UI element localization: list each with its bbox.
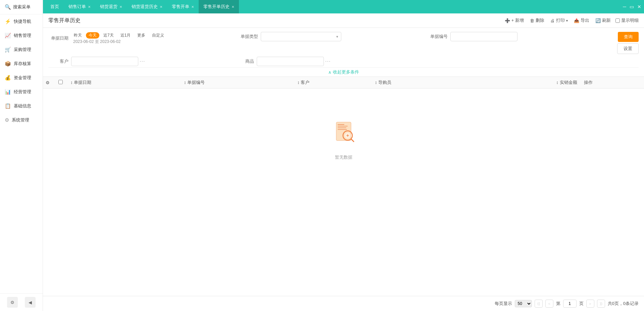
show-detail-label[interactable]: 显示明细 [615,17,639,23]
sidebar-item-basic-info[interactable]: 📋 基础信息 [0,99,43,113]
minimize-icon[interactable]: ─ [623,4,626,9]
refresh-button[interactable]: 🔄 刷新 [594,17,612,24]
settings-button[interactable]: ⚙ [7,297,18,308]
order-type-arrow-icon: ▾ [336,35,338,39]
svg-rect-2 [338,126,348,126]
filter-collapse-btn[interactable]: ∧ 收起更多条件 [48,67,639,76]
date-label: 单据日期 [48,35,68,41]
add-label: + 新增 [511,17,524,23]
sidebar-search-label: 搜索采单 [13,4,31,10]
print-button[interactable]: 🖨 打印 ▾ [549,17,569,24]
page-number-input[interactable] [563,300,577,308]
goods-input[interactable] [257,57,324,66]
tab-retail-open-label: 零售开单 [172,4,189,10]
filter-collapse-label: 收起更多条件 [333,69,359,75]
sidebar-bottom: ⚙ ◀ [0,293,43,311]
page-header: 零售开单历史 ➕ + 新增 🗑 删除 🖨 打印 ▾ 📤 导出 [43,13,644,28]
sidebar-item-label: 销售管理 [14,33,31,39]
add-icon: ➕ [505,18,510,23]
empty-illustration [327,115,360,149]
order-no-label: 单据编号 [428,34,448,40]
svg-rect-4 [338,129,347,130]
page-last-btn[interactable]: ⟩⟩ [597,300,605,308]
table-checkbox-col [55,77,67,89]
per-page-select[interactable]: 50 10 20 100 [515,300,532,307]
sales-mgmt-icon: 📈 [5,33,11,39]
print-icon: 🖨 [550,18,555,23]
tab-retail-open-close[interactable]: ✕ [191,5,194,9]
date-yesterday-btn[interactable]: 昨天 [71,32,85,39]
col-date-label: ↕ [70,80,74,85]
tab-home-label: 首页 [50,4,59,10]
order-no-input[interactable] [450,32,517,41]
date-custom-btn[interactable]: 自定义 [149,32,167,39]
sidebar-item-finance[interactable]: 💰 资金管理 [0,71,43,85]
select-all-checkbox[interactable] [58,80,63,84]
operation-icon: 📊 [5,89,11,95]
tab-sales-return-label: 销货退货 [100,4,117,10]
per-page-label: 每页显示 [495,301,512,307]
sidebar-item-operation[interactable]: 📊 经营管理 [0,85,43,99]
sidebar-item-sales-mgmt[interactable]: 📈 销售管理 [0,29,43,43]
query-btn-group: 查询 设置 [617,32,639,54]
goods-dots[interactable]: ··· [325,58,331,64]
date-last7-btn[interactable]: 近7天 [101,32,116,39]
tab-home[interactable]: 首页 [46,0,64,13]
date-today-btn[interactable]: 今天 [86,32,99,39]
collapse-sidebar-button[interactable]: ◀ [25,297,36,308]
sidebar-item-inventory[interactable]: 📦 库存核算 [0,57,43,71]
page-prev-btn[interactable]: ＜ [545,300,553,308]
sidebar-item-quick-nav[interactable]: ⚡ 快捷导航 [0,14,43,29]
date-last-month-btn[interactable]: 近1月 [118,32,134,39]
finance-icon: 💰 [5,75,11,81]
collapse-up-icon: ∧ [328,70,332,75]
svg-rect-1 [338,124,344,125]
settings-page-button[interactable]: 设置 [617,43,639,54]
tab-sales-order-label: 销售订单 [68,4,86,10]
search-icon: 🔍 [5,4,11,10]
table-settings-icon[interactable]: ⚙ [46,80,50,85]
page-next-btn[interactable]: ＞ [586,300,594,308]
order-type-select[interactable]: ▾ [261,32,341,41]
sidebar-search[interactable]: 🔍 搜索采单 [0,0,43,14]
tab-sales-return-close[interactable]: ✕ [119,5,122,9]
delete-icon: 🗑 [530,18,534,23]
tab-sales-return-history-close[interactable]: ✕ [160,5,162,9]
delete-button[interactable]: 🗑 删除 [529,17,546,24]
show-detail-checkbox[interactable] [615,18,620,23]
tab-sales-return[interactable]: 销货退货 ✕ [95,0,127,13]
sidebar-item-purchase-mgmt[interactable]: 🛒 采购管理 [0,43,43,57]
restore-icon[interactable]: ▭ [630,4,634,9]
window-controls: ─ ▭ ✕ [623,4,641,9]
customer-dots[interactable]: ··· [140,58,145,64]
tab-retail-open[interactable]: 零售开单 ✕ [167,0,199,13]
query-button[interactable]: 查询 [618,32,639,42]
print-label: 打印 [556,17,565,23]
table-header-row: ⚙ ↕ 单据日期 ↕ 单据编号 [43,77,644,89]
page-label: 第 [556,301,560,307]
inventory-icon: 📦 [5,61,11,67]
sidebar-item-label: 库存核算 [14,61,31,67]
export-label: 导出 [581,17,589,23]
page-first-btn[interactable]: ⟨⟨ [535,300,543,308]
export-button[interactable]: 📤 导出 [573,17,591,24]
sidebar-item-label: 基础信息 [14,103,31,109]
customer-input[interactable] [71,57,138,66]
tab-retail-open-history[interactable]: 零售开单历史 ✕ [199,0,239,13]
sidebar-item-sys-mgmt[interactable]: ⚙ 系统管理 [0,113,43,127]
close-icon[interactable]: ✕ [637,4,641,9]
purchase-mgmt-icon: 🛒 [5,47,11,53]
table-col-guide: ↕ 导购员 [371,77,467,89]
table-col-date: ↕ 单据日期 [67,77,181,89]
sidebar-item-label: 经营管理 [14,89,31,95]
tab-sales-order[interactable]: 销售订单 ✕ [64,0,95,13]
tab-sales-order-close[interactable]: ✕ [88,5,91,9]
tab-sales-return-history[interactable]: 销货退货历史 ✕ [127,0,167,13]
tab-sales-return-history-label: 销货退货历史 [132,4,158,10]
table-col-amount: ↕ 实销金额 [467,77,581,89]
table-col-no: ↕ 单据编号 [181,77,294,89]
date-more-btn[interactable]: 更多 [135,32,148,39]
tab-retail-open-history-close[interactable]: ✕ [232,5,234,9]
add-button[interactable]: ➕ + 新增 [503,17,525,24]
data-table: ⚙ ↕ 单据日期 ↕ 单据编号 [43,77,644,89]
